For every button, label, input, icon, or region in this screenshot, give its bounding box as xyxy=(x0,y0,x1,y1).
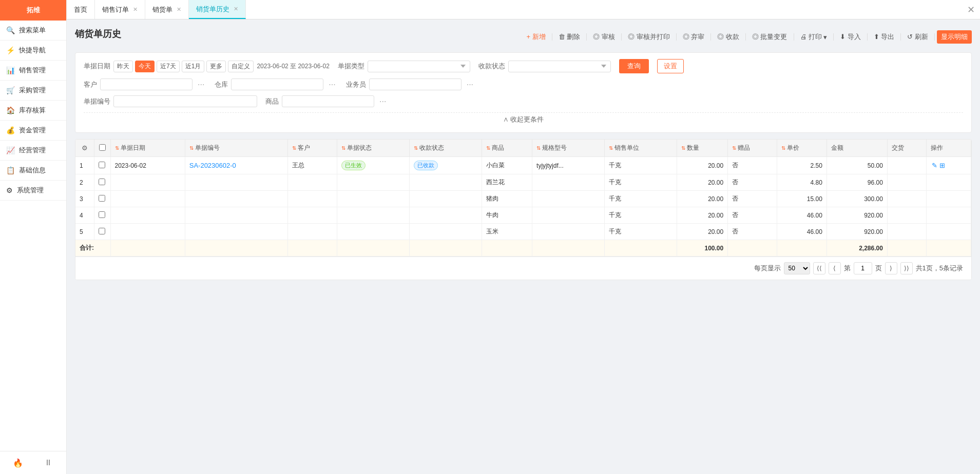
page-number-input[interactable] xyxy=(854,262,872,274)
cell-action[interactable] xyxy=(926,191,971,207)
goods-input[interactable] xyxy=(282,95,374,107)
sidebar-item-basic-info[interactable]: 📋 基础信息 xyxy=(0,161,66,181)
filter-payment-status-group: 收款状态 xyxy=(478,61,611,72)
date-btn-more[interactable]: 更多 xyxy=(206,61,226,72)
customer-ellipsis[interactable]: ··· xyxy=(196,80,206,89)
date-btn-yesterday[interactable]: 昨天 xyxy=(113,61,133,72)
sidebar-footer-btn1[interactable]: 🔥 xyxy=(4,456,32,470)
doc-type-select[interactable] xyxy=(368,61,470,72)
th-payment-status[interactable]: ⇅收款状态 xyxy=(410,140,482,157)
review-button[interactable]: ◎ 审核 xyxy=(589,30,619,44)
th-check[interactable] xyxy=(94,140,110,157)
page-next-btn[interactable]: ⟩ xyxy=(885,262,897,274)
customer-input[interactable] xyxy=(100,78,193,90)
sidebar-item-sys-admin[interactable]: ⚙ 系统管理 xyxy=(0,181,66,201)
page-first-btn[interactable]: ⟨⟨ xyxy=(813,262,825,274)
tab-bar: 首页 销售订单 ✕ 销货单 ✕ 销货单历史 ✕ ✕ xyxy=(67,0,980,19)
salesperson-input[interactable] xyxy=(369,78,462,90)
page-prev-btn[interactable]: ⟨ xyxy=(829,262,841,274)
tab-sales-order-close[interactable]: ✕ xyxy=(133,6,138,13)
tab-sales-delivery[interactable]: 销货单 ✕ xyxy=(145,0,189,19)
sidebar-item-operations[interactable]: 📈 经营管理 xyxy=(0,141,66,161)
import-button[interactable]: ⬇ 导入 xyxy=(836,30,865,44)
gear-settings-icon[interactable]: ⚙ xyxy=(82,144,88,152)
cell-transaction xyxy=(887,174,926,191)
th-doc-no[interactable]: ⇅单据编号 xyxy=(185,140,287,157)
cell-checkbox[interactable] xyxy=(94,174,110,191)
settings-button[interactable]: 设置 xyxy=(657,59,684,73)
tab-sales-delivery-close[interactable]: ✕ xyxy=(177,6,181,13)
new-button[interactable]: + 新增 xyxy=(523,30,550,44)
review-print-button[interactable]: ◎ 审核并打印 xyxy=(624,30,674,44)
row-checkbox[interactable] xyxy=(99,179,105,185)
abandon-button[interactable]: ◎ 弃审 xyxy=(679,30,709,44)
th-doc-status[interactable]: ⇅单据状态 xyxy=(337,140,410,157)
date-btn-today[interactable]: 今天 xyxy=(135,61,155,72)
warehouse-ellipsis[interactable]: ··· xyxy=(326,80,337,89)
refresh-button[interactable]: ↺ 刷新 xyxy=(903,30,932,44)
page-last-btn[interactable]: ⟩⟩ xyxy=(900,262,913,274)
show-detail-button[interactable]: 显示明细 xyxy=(937,30,972,44)
cell-checkbox[interactable] xyxy=(94,157,110,174)
select-all-checkbox[interactable] xyxy=(99,144,106,151)
th-gift[interactable]: ⇅赠品 xyxy=(728,140,777,157)
sidebar-item-sales-mgmt[interactable]: 📊 销售管理 xyxy=(0,61,66,81)
date-btn-7days[interactable]: 近7天 xyxy=(157,61,180,72)
tab-sales-order[interactable]: 销售订单 ✕ xyxy=(95,0,145,19)
warehouse-input[interactable] xyxy=(231,78,323,90)
cell-doc-no[interactable]: SA-20230602-0 xyxy=(185,157,287,174)
th-unit[interactable]: ⇅销售单位 xyxy=(604,140,677,157)
th-doc-date[interactable]: ⇅单据日期 xyxy=(110,140,185,157)
th-goods[interactable]: ⇅商品 xyxy=(482,140,532,157)
cell-action[interactable] xyxy=(926,174,971,191)
cell-doc-no[interactable] xyxy=(185,224,287,240)
cell-doc-no[interactable] xyxy=(185,207,287,224)
delete-button[interactable]: 🗑 删除 xyxy=(554,30,585,44)
date-btn-custom[interactable]: 自定义 xyxy=(228,61,254,72)
th-gear[interactable]: ⚙ xyxy=(75,140,94,157)
doc-no-link[interactable]: SA-20230602-0 xyxy=(189,162,236,169)
row-checkbox[interactable] xyxy=(99,195,105,202)
th-unit-price[interactable]: ⇅单价 xyxy=(777,140,827,157)
cell-action[interactable]: ✎⊞ xyxy=(926,157,971,174)
collapse-filter-btn[interactable]: ∧ 收起更条件 xyxy=(84,112,963,126)
salesperson-ellipsis[interactable]: ··· xyxy=(465,80,475,89)
sidebar-item-finance[interactable]: 💰 资金管理 xyxy=(0,121,66,141)
row-checkbox[interactable] xyxy=(99,162,105,168)
th-qty[interactable]: ⇅数量 xyxy=(677,140,727,157)
th-spec[interactable]: ⇅规格型号 xyxy=(532,140,605,157)
payment-status-select[interactable] xyxy=(508,61,611,72)
date-btn-1month[interactable]: 近1月 xyxy=(182,61,205,72)
cell-action[interactable] xyxy=(926,224,971,240)
sidebar-item-quick-nav[interactable]: ⚡ 快捷导航 xyxy=(0,41,66,61)
row-checkbox[interactable] xyxy=(99,228,105,234)
th-customer[interactable]: ⇅客户 xyxy=(287,140,337,157)
purchase-icon: 🛒 xyxy=(6,86,15,94)
print-button[interactable]: 🖨 打印 ▾ xyxy=(796,30,832,44)
docno-input[interactable] xyxy=(113,95,257,107)
tab-home[interactable]: 首页 xyxy=(67,0,95,19)
tab-close-all[interactable]: ✕ xyxy=(962,0,980,19)
row-checkbox[interactable] xyxy=(99,211,105,218)
tab-sales-history-close[interactable]: ✕ xyxy=(234,6,238,12)
date-range: 2023-06-02 至 2023-06-02 xyxy=(257,62,329,71)
sidebar-item-search-menu[interactable]: 🔍 搜索菜单 xyxy=(0,21,66,41)
tab-sales-history[interactable]: 销货单历史 ✕ xyxy=(189,0,246,19)
cell-doc-no[interactable] xyxy=(185,191,287,207)
cell-doc-no[interactable] xyxy=(185,174,287,191)
query-button[interactable]: 查询 xyxy=(619,59,649,73)
export-button[interactable]: ⬆ 导出 xyxy=(870,30,899,44)
edit-icon[interactable]: ✎ xyxy=(932,162,937,169)
sidebar-item-inventory[interactable]: 🏠 库存核算 xyxy=(0,101,66,121)
goods-ellipsis[interactable]: ··· xyxy=(377,97,388,106)
per-page-select[interactable]: 50 100 200 xyxy=(784,262,810,274)
cell-action[interactable] xyxy=(926,207,971,224)
cell-checkbox[interactable] xyxy=(94,224,110,240)
collect-button[interactable]: ◎ 收款 xyxy=(713,30,743,44)
sidebar-footer-btn2[interactable]: ⏸ xyxy=(34,456,63,470)
batch-change-button[interactable]: ◎ 批量变更 xyxy=(748,30,792,44)
sidebar-item-purchase-mgmt[interactable]: 🛒 采购管理 xyxy=(0,81,66,101)
cell-checkbox[interactable] xyxy=(94,207,110,224)
cell-checkbox[interactable] xyxy=(94,191,110,207)
more-icon[interactable]: ⊞ xyxy=(939,162,945,169)
